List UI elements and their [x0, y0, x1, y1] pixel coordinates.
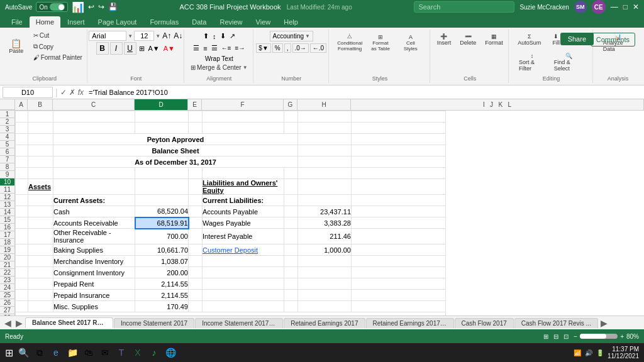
cell-4a[interactable] — [16, 145, 28, 156]
start-button[interactable]: ⊞ — [5, 347, 13, 359]
wrap-text-btn[interactable]: Wrap Text — [204, 55, 234, 63]
cell-16b[interactable] — [28, 290, 53, 301]
cell-13f[interactable] — [203, 256, 284, 267]
cell-4c[interactable]: Balance Sheet — [53, 145, 298, 156]
zoom-in-btn[interactable]: + — [620, 333, 624, 340]
cell-2rest[interactable] — [352, 123, 446, 134]
cell-13rest[interactable] — [352, 256, 446, 267]
format-table-btn[interactable]: ⊞ Format as Table — [366, 31, 396, 54]
formula-fx-icon[interactable]: fx — [78, 88, 84, 97]
cell-7g[interactable] — [284, 179, 298, 195]
cell-17d[interactable]: 170.49 — [135, 301, 189, 312]
cell-2e[interactable] — [189, 123, 203, 134]
cell-14h[interactable] — [298, 267, 352, 278]
cell-styles-btn[interactable]: A Cell Styles — [396, 31, 425, 54]
copy-button[interactable]: ⧉ Copy — [30, 41, 86, 52]
volume-icon[interactable]: 🔊 — [585, 349, 592, 356]
font-name-dropdown[interactable]: ▼ — [128, 33, 133, 39]
insert-btn[interactable]: ➕ Insert — [433, 31, 455, 48]
cell-7d[interactable] — [135, 179, 189, 195]
cell-15e[interactable] — [189, 278, 203, 290]
cell-5b[interactable] — [28, 156, 53, 168]
tab-help[interactable]: Help — [277, 16, 304, 28]
cell-1rest[interactable] — [352, 111, 446, 123]
cell-11b[interactable] — [28, 229, 53, 244]
italic-button[interactable]: I — [110, 42, 123, 55]
chrome-icon[interactable]: 🌐 — [164, 346, 177, 359]
cell-10g[interactable] — [284, 217, 298, 229]
cell-6h[interactable] — [298, 168, 352, 179]
cell-13a[interactable] — [16, 256, 28, 267]
align-bottom-icon[interactable]: ⬇ — [219, 31, 227, 41]
explorer-icon[interactable]: 📁 — [66, 346, 79, 359]
cell-6rest[interactable] — [352, 168, 446, 179]
tab-nav-next[interactable]: ▶ — [14, 318, 25, 328]
cell-12rest[interactable] — [352, 244, 446, 256]
increase-font-icon[interactable]: A↑ — [162, 31, 172, 41]
font-color-btn[interactable]: A▼ — [162, 43, 176, 53]
cell-reference-box[interactable] — [3, 87, 53, 98]
decrease-font-icon[interactable]: A↓ — [173, 31, 183, 41]
taskview-icon[interactable]: ⧉ — [33, 346, 46, 359]
cell-14rest[interactable] — [352, 267, 446, 278]
cell-11a[interactable] — [16, 229, 28, 244]
col-header-d[interactable]: D — [135, 99, 188, 110]
cell-12a[interactable] — [16, 244, 28, 256]
cell-14e[interactable] — [189, 267, 203, 278]
sheet-tab-cash-flow-revised[interactable]: Cash Flow 2017 Revis ... — [514, 318, 598, 328]
cell-2d[interactable] — [135, 123, 189, 134]
align-top-icon[interactable]: ⬆ — [202, 31, 210, 41]
cell-14d[interactable]: 200.00 — [135, 267, 189, 278]
sheet-tab-balance-sheet-revised[interactable]: Balance Sheet 2017 Revised — [25, 317, 113, 328]
close-btn[interactable]: ✕ — [633, 3, 639, 11]
wifi-icon[interactable]: 📶 — [574, 349, 581, 356]
cell-3a[interactable] — [16, 134, 28, 145]
cell-10e[interactable] — [189, 217, 203, 229]
cell-16c[interactable]: Prepaid Insurance — [53, 290, 135, 301]
format-btn[interactable]: ▦ Format — [481, 31, 507, 48]
sort-filter-btn[interactable]: ↕ Sort & Filter — [515, 50, 549, 74]
formula-check-icon[interactable]: ✓ — [60, 88, 67, 97]
cell-8e[interactable] — [189, 195, 203, 206]
sheet-tab-retained-earnings[interactable]: Retained Earnings 2017 — [284, 318, 365, 328]
cell-6b[interactable] — [28, 168, 53, 179]
sheet-tab-cash-flow[interactable]: Cash Flow 2017 — [455, 318, 514, 328]
cell-5h[interactable] — [298, 156, 352, 168]
cell-2f[interactable] — [203, 123, 284, 134]
cell-6a[interactable] — [16, 168, 28, 179]
cell-17rest[interactable] — [352, 301, 446, 312]
cell-6c[interactable] — [53, 168, 135, 179]
cell-1e[interactable] — [189, 111, 203, 123]
cell-1h[interactable] — [298, 111, 352, 123]
cell-16e[interactable] — [189, 290, 203, 301]
cell-9rest[interactable] — [352, 206, 446, 217]
teams-icon[interactable]: T — [115, 346, 128, 359]
cell-11rest[interactable] — [352, 229, 446, 244]
tab-formulas[interactable]: Formulas — [143, 16, 185, 28]
cell-16g[interactable] — [284, 290, 298, 301]
cell-2b[interactable] — [28, 123, 53, 134]
decrease-indent-icon[interactable]: ←≡ — [220, 43, 233, 53]
font-size-dropdown[interactable]: ▼ — [155, 33, 160, 39]
cell-7a[interactable] — [16, 179, 28, 195]
decrease-decimal-btn[interactable]: ←.0 — [310, 43, 326, 53]
cell-8h[interactable] — [298, 195, 352, 206]
cell-6f[interactable] — [203, 168, 284, 179]
delete-btn[interactable]: ➖ Delete — [456, 31, 480, 48]
cell-13c[interactable]: Merchandise Inventory — [53, 256, 135, 267]
cell-9c[interactable]: Cash — [53, 206, 135, 217]
cell-9d[interactable]: 68,520.04 — [135, 206, 189, 217]
cell-15h[interactable] — [298, 278, 352, 290]
col-header-b[interactable]: B — [28, 99, 53, 110]
cell-13b[interactable] — [28, 256, 53, 267]
cell-16d[interactable]: 2,114.55 — [135, 290, 189, 301]
number-format-arrow[interactable]: ▼ — [305, 33, 310, 39]
cell-15f[interactable] — [203, 278, 284, 290]
cell-8b[interactable] — [28, 195, 53, 206]
cell-3b[interactable] — [28, 134, 53, 145]
cell-9e[interactable] — [189, 206, 203, 217]
cell-13d[interactable]: 1,038.07 — [135, 256, 189, 267]
tab-scroll-right[interactable]: ▶ — [599, 318, 609, 328]
cell-15b[interactable] — [28, 278, 53, 290]
cell-16a[interactable] — [16, 290, 28, 301]
